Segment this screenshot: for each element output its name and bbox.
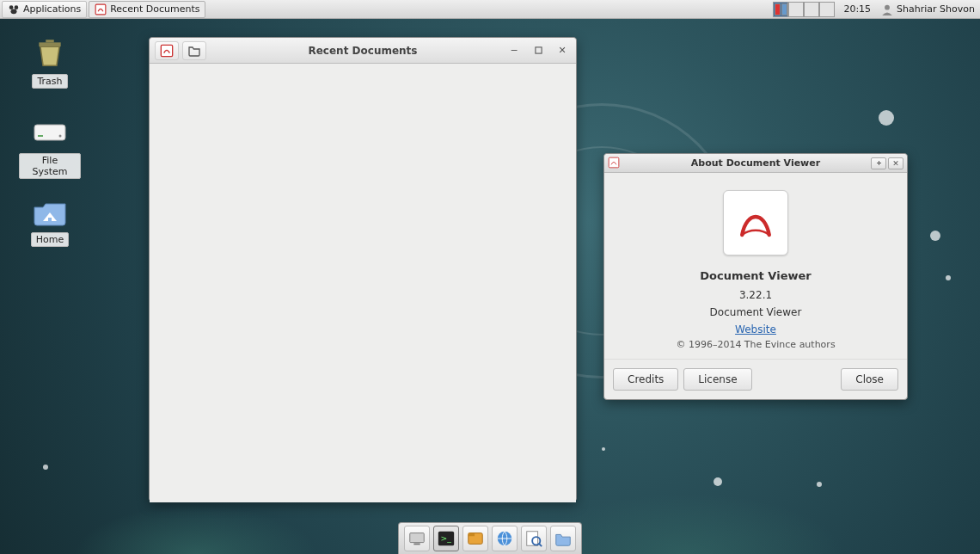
svg-rect-5 [39,42,60,46]
about-version: 3.22.1 [615,289,897,301]
svg-rect-7 [34,125,65,140]
license-button[interactable]: License [683,368,751,391]
open-icon [187,44,201,58]
about-app-name: Document Viewer [615,269,897,282]
about-dialog: About Document Viewer ＋ ✕ Document Viewe… [603,153,908,400]
app-icon-large [723,190,788,255]
dock-search[interactable] [521,526,547,551]
recent-documents-content [150,64,576,502]
svg-point-2 [11,9,17,14]
maximize-button[interactable] [530,42,547,59]
svg-point-0 [9,5,14,9]
applications-menu-label: Applications [23,3,81,15]
svg-line-23 [539,544,542,547]
desktop-icon-trash[interactable]: Trash [19,36,81,89]
svg-rect-8 [38,135,43,137]
workspace-2[interactable] [788,2,804,17]
close-button[interactable]: ✕ [554,42,571,59]
evince-icon [608,157,622,170]
workspace-pager[interactable] [773,2,835,17]
dialog-close-button[interactable]: ✕ [888,157,903,169]
close-button[interactable]: Close [841,368,898,391]
svg-rect-10 [48,218,52,221]
desktop-icon-label: Trash [32,74,67,89]
dialog-expand-button[interactable]: ＋ [871,157,886,169]
about-copyright: © 1996–2014 The Evince authors [615,339,897,350]
svg-rect-12 [535,47,541,53]
dock-folder[interactable] [550,526,576,551]
home-folder-icon [33,194,67,229]
about-body: Document Viewer 3.22.1 Document Viewer W… [604,173,907,359]
about-description: Document Viewer [615,306,897,318]
svg-rect-14 [410,533,425,543]
desktop-icon-filesystem[interactable]: File System [19,115,81,179]
dock-terminal[interactable]: >_ [433,526,459,551]
dock-web-browser[interactable] [492,526,518,551]
dock-show-desktop[interactable] [404,526,430,551]
dock: >_ [398,522,582,554]
user-menu[interactable]: Shahriar Shovon [876,1,980,18]
svg-rect-15 [413,544,420,545]
recent-documents-window: Recent Documents ─ ✕ [149,37,577,502]
applications-menu-button[interactable]: Applications [2,1,87,18]
open-file-button[interactable] [182,41,206,60]
evince-app-button[interactable] [155,41,179,60]
svg-rect-13 [609,157,619,168]
xfce-mouse-icon [8,3,20,15]
taskbar-item-label: Recent Documents [110,3,199,15]
desktop-icon-home[interactable]: Home [19,194,81,247]
trash-icon [33,36,67,71]
dialog-titlebar[interactable]: About Document Viewer ＋ ✕ [604,154,907,173]
dialog-title: About Document Viewer [604,157,907,169]
svg-text:>_: >_ [441,533,452,543]
dock-file-manager[interactable] [462,526,488,551]
window-titlebar[interactable]: Recent Documents ─ ✕ [150,38,576,64]
svg-point-1 [15,5,19,9]
evince-icon [95,3,107,15]
dialog-actions: Credits License Close [604,359,907,399]
desktop-icon-label: File System [19,153,81,179]
about-website-link[interactable]: Website [735,323,776,335]
desktop-icon-label: Home [31,232,69,247]
svg-rect-6 [46,40,54,42]
svg-point-4 [885,4,890,9]
workspace-1[interactable] [773,2,788,17]
credits-button[interactable]: Credits [613,368,678,391]
drive-icon [33,115,67,150]
minimize-button[interactable]: ─ [505,42,523,59]
workspace-4[interactable] [819,2,835,17]
user-icon [881,3,893,15]
svg-rect-19 [469,533,475,537]
user-name: Shahriar Shovon [897,3,975,15]
svg-point-9 [59,135,62,138]
top-panel: Applications Recent Documents 20:15 Shah… [0,0,980,19]
workspace-3[interactable] [804,2,819,17]
clock[interactable]: 20:15 [838,3,876,15]
evince-icon [160,44,174,58]
taskbar-item-recent-documents[interactable]: Recent Documents [89,1,205,18]
